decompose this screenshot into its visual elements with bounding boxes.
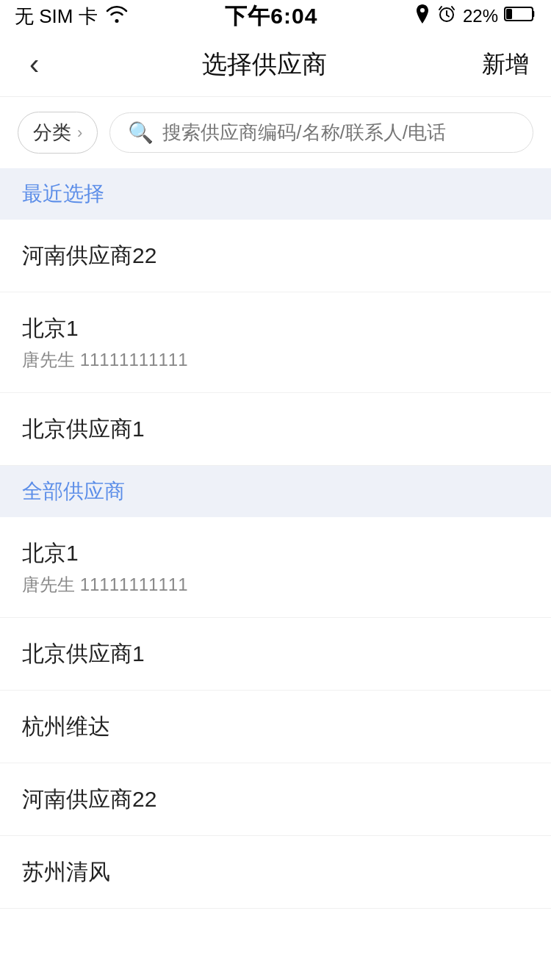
svg-rect-2: [506, 9, 512, 19]
nav-bar: ‹ 选择供应商 新增: [0, 32, 551, 97]
status-bar: 无 SIM 卡 下午6:04 22%: [0, 0, 551, 32]
item-sub: 唐先生 11111111111: [22, 573, 529, 597]
list-item[interactable]: 北京1唐先生 11111111111: [0, 517, 551, 618]
recent-section-title: 最近选择: [22, 182, 104, 205]
wifi-icon: [105, 4, 129, 29]
all-section-title: 全部供应商: [22, 480, 125, 502]
item-name: 杭州维达: [22, 711, 529, 742]
item-name: 北京1: [22, 538, 529, 569]
category-button[interactable]: 分类 ›: [18, 112, 98, 154]
search-box: 🔍: [109, 112, 533, 153]
search-input[interactable]: [162, 121, 515, 144]
recent-section-header: 最近选择: [0, 168, 551, 220]
location-icon: [414, 3, 431, 29]
item-name: 北京供应商1: [22, 414, 529, 444]
item-name: 河南供应商22: [22, 784, 529, 815]
list-item[interactable]: 苏州清风: [0, 836, 551, 909]
back-button[interactable]: ‹: [22, 40, 46, 88]
item-name: 苏州清风: [22, 857, 529, 887]
list-item[interactable]: 北京供应商1: [0, 393, 551, 466]
list-item[interactable]: 河南供应商22: [0, 763, 551, 836]
item-sub: 唐先生 11111111111: [22, 348, 529, 372]
item-name: 河南供应商22: [22, 240, 529, 271]
alarm-icon: [436, 4, 457, 29]
category-label: 分类: [33, 120, 71, 145]
list-item[interactable]: 杭州维达: [0, 691, 551, 763]
status-right: 22%: [414, 3, 536, 29]
carrier-label: 无 SIM 卡: [15, 4, 98, 29]
item-name: 北京1: [22, 313, 529, 344]
search-icon: 🔍: [128, 120, 154, 145]
item-name: 北京供应商1: [22, 638, 529, 669]
chevron-right-icon: ›: [77, 123, 82, 143]
page-title: 选择供应商: [202, 48, 327, 82]
list-item[interactable]: 河南供应商22: [0, 220, 551, 292]
add-button[interactable]: 新增: [482, 48, 529, 81]
list-item[interactable]: 北京供应商1: [0, 618, 551, 691]
filter-bar: 分类 › 🔍: [0, 97, 551, 168]
status-time: 下午6:04: [225, 1, 317, 32]
recent-items-list: 河南供应商22北京1唐先生 11111111111北京供应商1: [0, 220, 551, 466]
battery-label: 22%: [463, 6, 498, 26]
all-section-header: 全部供应商: [0, 466, 551, 517]
status-left: 无 SIM 卡: [15, 4, 129, 29]
list-item[interactable]: 北京1唐先生 11111111111: [0, 292, 551, 393]
battery-icon: [504, 6, 536, 26]
all-items-list: 北京1唐先生 11111111111北京供应商1杭州维达河南供应商22苏州清风: [0, 517, 551, 909]
